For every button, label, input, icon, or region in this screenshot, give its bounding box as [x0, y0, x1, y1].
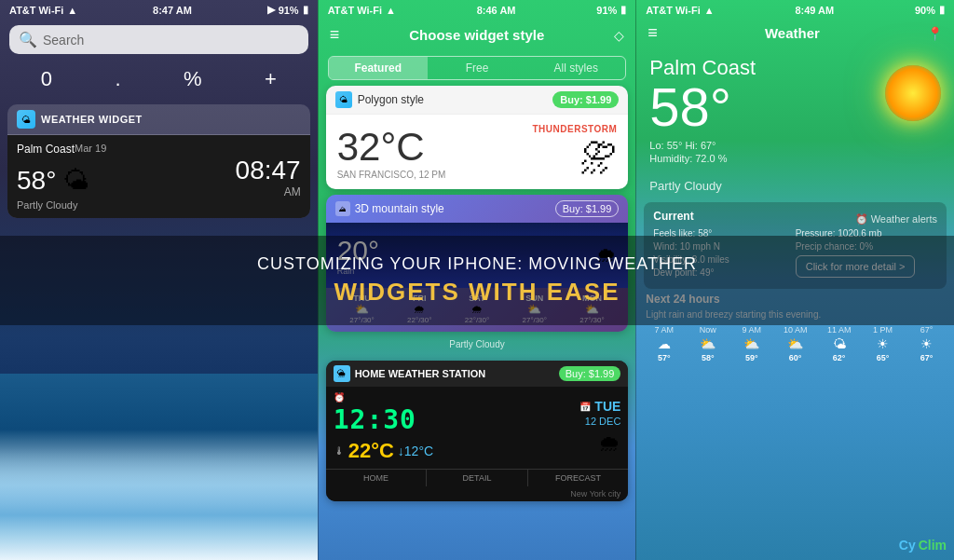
- status-bar-3: AT&T Wi-Fi ▲ 8:49 AM 90% ▮: [636, 0, 954, 20]
- detail-btn[interactable]: Click for more detail >: [796, 255, 916, 278]
- hws-time: 12:30: [334, 404, 433, 435]
- location-icon-3[interactable]: 📍: [927, 26, 943, 41]
- hourly-forecast: 7 AM ☁ 57° Now ⛅ 58° 9 AM ⛅ 59° 10 AM ⛅: [644, 325, 947, 362]
- hourly-9am: 9 AM ⛅ 59°: [731, 325, 771, 362]
- search-bar-container: 🔍 Search: [0, 20, 318, 60]
- hws-left: 🌦 HOME WEATHER STATION: [334, 365, 486, 382]
- hws-temp-icon: 🌡: [334, 444, 345, 458]
- widget-icon: 🌤: [17, 110, 35, 129]
- hws-nav-detail[interactable]: DETAIL: [427, 470, 528, 486]
- counter-zero: 0: [41, 67, 52, 91]
- current-left: Feels like: 58° Wind: 10 mph N Visibilit…: [653, 228, 795, 281]
- polygon-temp-block: 32°C SAN FRANCISCO, 12 PM: [337, 125, 446, 180]
- polygon-icon: 🌤: [335, 91, 352, 108]
- hourly-10am: 10 AM ⛅ 60°: [775, 325, 815, 362]
- next24-section: Next 24 hours Light rain and breezy star…: [644, 293, 947, 362]
- hourly-1pm: 1 PM ☀ 65°: [863, 325, 903, 362]
- time-3: 8:49 AM: [795, 5, 834, 16]
- clim-text: Clim: [919, 538, 947, 553]
- current-row: Feels like: 58° Wind: 10 mph N Visibilit…: [653, 228, 937, 281]
- time-1: 8:47 AM: [153, 5, 192, 16]
- status-right-3: 90% ▮: [915, 4, 945, 16]
- current-section-header: Current ⏰ Weather alerts: [653, 210, 937, 228]
- weather-widget-card: 🌤 WEATHER WIDGET Palm Coast Mar 19 58° 🌤: [7, 104, 310, 218]
- panel-3-header: ≡ Weather 📍: [636, 20, 954, 47]
- buy-btn-hws[interactable]: Buy: $1.99: [559, 366, 621, 381]
- hws-weather-icon: 🌧: [579, 430, 620, 457]
- widget-time-block: 08:47 AM: [236, 156, 301, 198]
- ocean-waves: [0, 448, 318, 560]
- thunderstorm-icon: ⛈: [533, 138, 618, 180]
- battery-1: 91%: [279, 5, 299, 16]
- hws-clock-icon: ⏰: [334, 392, 345, 403]
- tab-all-styles[interactable]: All styles: [526, 57, 625, 79]
- polygon-weather-label: THUNDERSTORM: [533, 124, 618, 134]
- partly-cloudy-p2: Partly Cloudy: [319, 337, 636, 355]
- menu-icon-3[interactable]: ≡: [647, 23, 658, 43]
- polygon-temp: 32°C: [337, 125, 446, 170]
- widget-content: Palm Coast Mar 19 58° 🌤 Partly Cloudy 08…: [7, 135, 310, 218]
- hws-card: 🌦 HOME WEATHER STATION Buy: $1.99 ⏰ 12:3…: [326, 361, 629, 501]
- forecast-thu: THU ⛅ 27°/30°: [346, 294, 379, 324]
- pressure: Pressure: 1020.6 mb: [796, 228, 937, 239]
- hourly-67: 67° ☀ 67°: [906, 325, 947, 362]
- polygon-card-header: 🌤 Polygon style Buy: $1.99: [326, 86, 629, 115]
- widget-desc: Partly Cloudy: [17, 199, 106, 211]
- hws-nav-forecast[interactable]: FORECAST: [528, 470, 629, 486]
- counter-dot: .: [115, 67, 120, 91]
- polygon-label: Polygon style: [358, 93, 424, 106]
- panel-3-title: Weather: [765, 25, 820, 41]
- nav-icon-1: ▶: [267, 4, 275, 16]
- search-bar[interactable]: 🔍 Search: [9, 25, 308, 54]
- forecast-row: THU ⛅ 27°/30° FRI 🌧 22°/30° SAT 🌧 22°/30…: [326, 288, 629, 332]
- status-bar-1: AT&T Wi-Fi ▲ 8:47 AM ▶ 91% ▮: [0, 0, 318, 20]
- hws-body-left: ⏰ 12:30 🌡 22°C ↓12°C: [334, 392, 433, 463]
- temp-details-p3: Lo: 55° Hi: 67° Humidity: 72.0 %: [649, 140, 756, 164]
- main-weather-left: Palm Coast 58° Lo: 55° Hi: 67° Humidity:…: [649, 56, 756, 166]
- status-right-1: ▶ 91% ▮: [267, 4, 308, 16]
- menu-icon-2[interactable]: ≡: [330, 25, 340, 45]
- sun-cloud-widget-icon: 🌤: [63, 165, 89, 196]
- tab-featured[interactable]: Featured: [329, 57, 428, 79]
- hws-header: 🌦 HOME WEATHER STATION Buy: $1.99: [326, 361, 629, 387]
- mountain-body: 20° Rain 🌧: [326, 223, 629, 288]
- hws-nav-home[interactable]: HOME: [326, 470, 428, 486]
- time-2: 8:46 AM: [477, 5, 516, 16]
- buy-btn-polygon[interactable]: Buy: $1.99: [552, 91, 619, 108]
- precip: Precip chance: 0%: [796, 241, 937, 252]
- forecast-fri: FRI 🌧 22°/30°: [402, 294, 436, 324]
- forecast-sun: SUN ⛅ 27°/30°: [518, 294, 552, 324]
- battery-icon-3: ▮: [939, 4, 945, 16]
- hws-body-right: 📅 TUE 12 DEC 🌧: [579, 399, 620, 457]
- cyclim-logo: Cy Clim: [899, 538, 947, 553]
- tab-free[interactable]: Free: [428, 57, 526, 79]
- widget-header: 🌤 WEATHER WIDGET: [7, 104, 310, 135]
- carrier-3: AT&T Wi-Fi: [646, 5, 700, 16]
- mountain-left: 20° Rain: [337, 235, 597, 276]
- panel-2-title: Choose widget style: [339, 27, 614, 43]
- current-right: Pressure: 1020.6 mb Precip chance: 0% Cl…: [796, 228, 937, 281]
- battery-icon-2: ▮: [620, 4, 626, 16]
- carrier-2: AT&T Wi-Fi: [328, 5, 382, 16]
- panel-3: AT&T Wi-Fi ▲ 8:49 AM 90% ▮ ≡ Weather 📍 P…: [635, 0, 954, 560]
- widget-am: AM: [236, 185, 301, 198]
- hws-city: New York city: [326, 486, 629, 501]
- buy-btn-mountain[interactable]: Buy: $1.99: [555, 200, 620, 217]
- alerts-label: ⏰ Weather alerts: [855, 213, 937, 225]
- status-left: AT&T Wi-Fi ▲: [9, 5, 77, 16]
- forecast-sat: SAT 🌧 22°/30°: [460, 294, 494, 324]
- screenshots-grid: AT&T Wi-Fi ▲ 8:47 AM ▶ 91% ▮ 🔍 Search: [0, 0, 954, 560]
- search-text: Search: [43, 33, 84, 48]
- main-weather-p3: Palm Coast 58° Lo: 55° Hi: 67° Humidity:…: [636, 47, 954, 175]
- panel-2-header: ≡ Choose widget style ◇: [319, 20, 636, 50]
- hourly-7am: 7 AM ☁ 57°: [644, 325, 684, 362]
- battery-icon-1: ▮: [303, 4, 308, 16]
- polygon-card-body: 32°C SAN FRANCISCO, 12 PM THUNDERSTORM ⛈: [326, 115, 629, 189]
- mountain-card: ⛰ 3D mountain style Buy: $1.99 20° Rain …: [326, 195, 629, 332]
- mountain-right: 🌧: [596, 243, 617, 267]
- hws-icon: 🌦: [334, 365, 350, 382]
- mountain-weather-label: Rain: [337, 266, 597, 276]
- forecast-mon: MON ⛅ 27°/30°: [575, 294, 608, 324]
- cy-text: Cy: [899, 538, 916, 553]
- current-title: Current: [653, 210, 693, 223]
